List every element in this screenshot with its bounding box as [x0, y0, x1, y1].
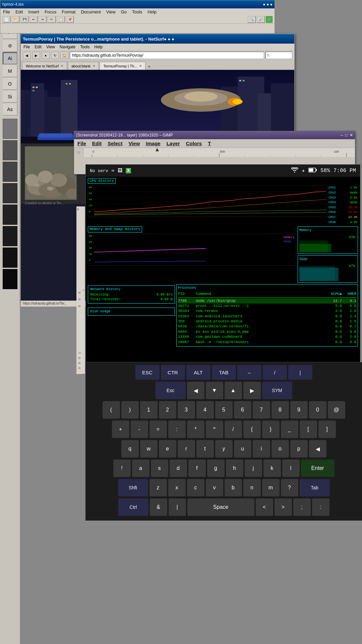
kb-9[interactable]: 9 — [290, 401, 308, 419]
gimp-maximize[interactable]: □ — [345, 133, 348, 138]
kb-gt[interactable]: > — [275, 498, 292, 516]
kb-v[interactable]: v — [206, 479, 223, 496]
kb-up[interactable]: ▲ — [225, 382, 242, 399]
kb-tab-bottom[interactable]: Tab — [300, 479, 330, 496]
kb-n[interactable]: n — [243, 479, 261, 496]
kb-equals[interactable]: = — [149, 421, 167, 438]
kb-exclaim[interactable]: ! — [113, 460, 131, 477]
kb-s[interactable]: s — [151, 460, 168, 477]
tab-about-blank[interactable]: about:blank ✕ — [68, 62, 99, 70]
kb-caret[interactable]: ^ — [206, 421, 223, 438]
kb-lbrace[interactable]: { — [243, 421, 261, 438]
kb-t[interactable]: t — [196, 440, 214, 458]
kb-r[interactable]: r — [178, 440, 195, 458]
kb-pipe-special[interactable]: | — [288, 365, 312, 380]
kb-tab[interactable]: TAB — [212, 365, 236, 380]
kb-fslash[interactable]: / — [225, 421, 242, 438]
kb-l[interactable]: l — [282, 460, 300, 477]
gimp-menu-colors[interactable]: Colors — [186, 141, 202, 146]
kb-q[interactable]: q — [121, 440, 139, 458]
kb-b[interactable]: b — [225, 479, 242, 496]
kb-0[interactable]: 0 — [309, 401, 326, 419]
hpmor-menu-insert[interactable]: Insert — [28, 9, 39, 14]
kb-3[interactable]: 3 — [178, 401, 195, 419]
ns-menu-navigate[interactable]: Navigate — [60, 45, 75, 49]
kb-z[interactable]: z — [149, 479, 167, 496]
kb-underscore[interactable]: _ — [281, 421, 298, 438]
kb-6[interactable]: 6 — [234, 401, 251, 419]
kb-e[interactable]: e — [159, 440, 176, 458]
gimp-minimize[interactable]: ─ — [340, 133, 343, 138]
hm-save[interactable]: 💾 — [20, 16, 28, 23]
add-tab-button[interactable]: + — [146, 64, 152, 70]
hm-undo[interactable]: ↩ — [29, 16, 38, 23]
tab-termuxpovray-close[interactable]: ✕ — [139, 64, 142, 68]
kb-g[interactable]: g — [207, 460, 225, 477]
kb-at[interactable]: @ — [328, 401, 345, 419]
kb-slash-special[interactable]: / — [263, 365, 287, 380]
ns-menu-help[interactable]: Help — [94, 45, 103, 49]
kb-2[interactable]: 2 — [159, 401, 176, 419]
kb-shift[interactable]: Shft — [118, 479, 148, 496]
kb-plus[interactable]: + — [112, 421, 129, 438]
hm-cut[interactable]: ✂ — [48, 16, 56, 23]
kb-rbracket[interactable]: ] — [318, 421, 336, 438]
kb-right[interactable]: ▶ — [243, 382, 261, 399]
kb-y[interactable]: y — [215, 440, 233, 458]
kb-pipe[interactable]: | — [169, 498, 186, 516]
gimp-menu-t[interactable]: T — [208, 141, 211, 146]
hm-paste[interactable]: 📌 — [66, 16, 74, 23]
hpmor-menu-view[interactable]: View — [106, 9, 116, 14]
kb-sym[interactable]: SYM — [262, 382, 292, 399]
gimp-menu-layer[interactable]: Layer — [167, 141, 180, 146]
kb-space[interactable]: Space — [187, 498, 254, 516]
kb-minus[interactable]: - — [131, 421, 148, 438]
home-button[interactable]: 🏠 — [60, 52, 68, 59]
kb-rparen[interactable]: ) — [121, 401, 139, 419]
kb-left[interactable]: ◀ — [187, 382, 204, 399]
hm-redo[interactable]: ↪ — [39, 16, 47, 23]
kb-dash[interactable]: – — [237, 365, 261, 380]
gimp-close[interactable]: ✕ — [350, 133, 353, 138]
hm-new[interactable]: 📄 — [2, 16, 10, 23]
hm-copy[interactable]: 📋 — [57, 16, 65, 23]
reload-button[interactable]: ↻ — [51, 52, 59, 59]
kb-ctr[interactable]: CTR — [161, 365, 185, 380]
kb-p[interactable]: p — [290, 440, 308, 458]
kb-semicolon[interactable]: ; — [293, 498, 311, 516]
tool-si[interactable]: Si — [3, 91, 17, 103]
kb-i[interactable]: i — [253, 440, 270, 458]
hpmor-menu-go[interactable]: Go — [121, 9, 127, 14]
kb-m[interactable]: m — [262, 479, 280, 496]
url-bar[interactable] — [70, 52, 264, 59]
kb-x[interactable]: x — [168, 479, 186, 496]
kb-k[interactable]: k — [263, 460, 281, 477]
hm-green-btn[interactable]: ✓ — [266, 16, 273, 23]
ns-menu-edit[interactable]: Edit — [35, 45, 42, 49]
kb-esc-special[interactable]: ESC — [135, 365, 160, 380]
hm-search[interactable]: 🔎 — [257, 16, 265, 23]
hpmor-menu-tools[interactable]: Tools — [132, 9, 142, 14]
tool-as[interactable]: As — [3, 103, 17, 115]
kb-alt[interactable]: ALT — [186, 365, 210, 380]
ns-menu-file[interactable]: File — [23, 45, 30, 49]
netsurf-win-controls[interactable]: ● ● ● — [164, 37, 174, 42]
kb-backspace[interactable]: ◀ — [309, 440, 326, 458]
kb-d[interactable]: d — [170, 460, 187, 477]
gimp-menu-select[interactable]: Select — [108, 141, 122, 146]
hpmor-menu-help[interactable]: Help — [147, 9, 157, 14]
hpmor-menu-edit[interactable]: Edit — [15, 9, 23, 14]
hm-zoom-in[interactable]: 🔍 — [248, 16, 256, 23]
kb-1[interactable]: 1 — [140, 401, 158, 419]
gimp-menu-file[interactable]: File — [77, 141, 86, 146]
search-box[interactable] — [265, 52, 292, 59]
gimp-menu-image[interactable]: Image — [146, 141, 160, 146]
tool-m[interactable]: M — [3, 65, 17, 77]
kb-colon-bottom[interactable]: : — [312, 498, 329, 516]
kb-lt[interactable]: < — [256, 498, 273, 516]
kb-lparen[interactable]: ( — [103, 401, 120, 419]
kb-o[interactable]: o — [272, 440, 289, 458]
back-button[interactable]: ◀ — [23, 52, 31, 59]
kb-5[interactable]: 5 — [215, 401, 233, 419]
tool-text[interactable]: Ai — [3, 52, 17, 64]
